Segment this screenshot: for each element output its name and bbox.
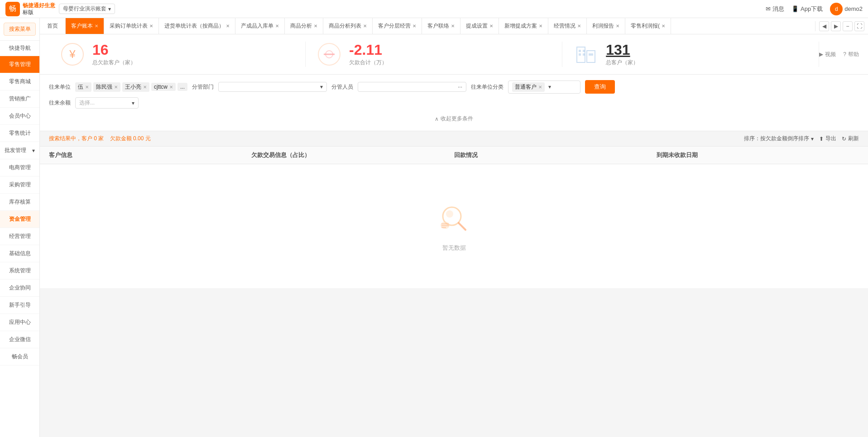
sidebar-item-member[interactable]: 畅会员	[0, 348, 39, 366]
total-debt-customers-label: 总欠款客户（家）	[92, 59, 136, 66]
sidebar-item-wechat[interactable]: 企业微信	[0, 331, 39, 348]
close-tab-icon[interactable]: ✕	[662, 24, 665, 28]
question-icon: ?	[843, 51, 846, 57]
chevron-down-icon: ▾	[548, 84, 551, 90]
close-tab-icon[interactable]: ✕	[314, 24, 317, 28]
sidebar-item-wholesale[interactable]: 批发管理 ▾	[0, 142, 39, 159]
app-download-btn[interactable]: 📱 App下载	[791, 5, 823, 13]
sidebar-item-marketing[interactable]: 营销推广	[0, 90, 39, 108]
tab-product-instock[interactable]: 产成品入库单 ✕	[235, 18, 285, 34]
close-tab-icon[interactable]: ✕	[489, 24, 493, 28]
message-btn[interactable]: ✉ 消息	[766, 5, 784, 13]
sidebar-item-capital[interactable]: 资金管理	[0, 211, 39, 228]
refresh-icon: ↻	[842, 136, 846, 142]
svg-text:¥: ¥	[69, 48, 76, 60]
chevron-down-icon: ▾	[108, 6, 111, 12]
tab-product-analysis-list[interactable]: 商品分析列表 ✕	[323, 18, 373, 34]
collapse-btn[interactable]: ∧ 收起更多条件	[49, 112, 859, 125]
remove-unit-class[interactable]: ✕	[538, 85, 542, 90]
dept-select[interactable]: ▾	[218, 82, 327, 92]
close-tab-icon[interactable]: ✕	[149, 24, 153, 28]
close-tab-icon[interactable]: ✕	[451, 24, 455, 28]
sidebar-item-newbie[interactable]: 新手引导	[0, 297, 39, 314]
quick-nav-btn[interactable]: 快捷导航	[0, 41, 39, 56]
sidebar-item-retail-mall[interactable]: 零售商城	[0, 73, 39, 90]
customers-icon: ¥	[60, 42, 85, 67]
sidebar-item-operations[interactable]: 经营管理	[0, 228, 39, 245]
close-tab-icon[interactable]: ✕	[412, 24, 416, 28]
tab-minimize[interactable]: −	[843, 21, 853, 31]
sidebar-item-app-center[interactable]: 应用中心	[0, 314, 39, 331]
top-bar: 畅 畅捷通好生意 标版 母婴行业演示账套 ▾ ✉ 消息 📱 App下载 d de…	[0, 0, 868, 18]
phone-icon: 📱	[791, 5, 799, 12]
person-select[interactable]: ···	[358, 82, 466, 92]
stat-right-actions: ▶ 视频 ? 帮助	[819, 51, 859, 58]
tab-profit-report[interactable]: 利润报告 ✕	[587, 18, 625, 34]
total-customers-label: 总客户（家）	[606, 59, 638, 66]
filter-area: 往来单位 伍 ✕ 陈民强 ✕ 王小亮 ✕	[40, 75, 868, 131]
sidebar-item-purchase[interactable]: 采购管理	[0, 176, 39, 194]
more-tags-btn[interactable]: ...	[177, 83, 187, 91]
tab-retail-profit[interactable]: 零售利润报( ✕	[625, 18, 671, 34]
video-btn[interactable]: ▶ 视频	[819, 51, 836, 58]
balance-select[interactable]: 选择... ▾	[75, 97, 139, 109]
sidebar-item-system[interactable]: 系统管理	[0, 262, 39, 280]
close-tab-icon[interactable]: ✕	[577, 24, 581, 28]
sidebar-item-member-center[interactable]: 会员中心	[0, 108, 39, 125]
help-btn[interactable]: ? 帮助	[843, 51, 859, 58]
tab-commission-setting[interactable]: 提成设置 ✕	[460, 18, 499, 34]
search-menu-btn[interactable]: 搜索菜单	[4, 23, 36, 36]
account-selector[interactable]: 母婴行业演示账套 ▾	[59, 4, 115, 14]
table-header: 客户信息 欠款交易信息（占比） 回款情况 到期未收款日期	[40, 147, 868, 164]
sidebar-item-basic-info[interactable]: 基础信息	[0, 245, 39, 262]
user-avatar[interactable]: d demo2	[830, 3, 863, 15]
logo-icon: 畅	[5, 2, 20, 16]
export-btn[interactable]: ⬆ 导出	[819, 135, 836, 142]
unit-class-tag: 普通客户 ✕	[512, 82, 545, 92]
col-overdue-date: 到期未收款日期	[657, 151, 859, 159]
more-icon: ···	[458, 84, 462, 90]
tab-customer-contact[interactable]: 客户联络 ✕	[422, 18, 460, 34]
tab-maximize[interactable]: ⛶	[854, 21, 864, 31]
tab-customer-segment[interactable]: 客户分层经营 ✕	[373, 18, 422, 34]
close-tab-icon[interactable]: ✕	[616, 24, 619, 28]
sort-select[interactable]: 排序：按欠款金额倒序排序 ▾	[744, 135, 814, 142]
close-tab-icon[interactable]: ✕	[363, 24, 367, 28]
sidebar-item-inventory[interactable]: 库存核算	[0, 194, 39, 211]
svg-rect-7	[579, 50, 581, 52]
tab-instock-stats[interactable]: 进货单统计表（按商品） ✕	[159, 18, 235, 34]
tab-new-commission[interactable]: 新增提成方案 ✕	[499, 18, 548, 34]
building-icon	[573, 42, 599, 67]
tab-business-situation[interactable]: 经营情况 ✕	[548, 18, 587, 34]
refresh-btn[interactable]: ↻ 刷新	[842, 135, 859, 142]
svg-rect-9	[579, 53, 581, 56]
sidebar-item-retail-manage[interactable]: 零售管理	[0, 56, 39, 73]
unit-class-select[interactable]: 普通客户 ✕ ▾	[508, 81, 580, 94]
close-tab-icon[interactable]: ✕	[95, 24, 98, 28]
sidebar-item-retail-stats[interactable]: 零售统计	[0, 125, 39, 142]
svg-line-14	[459, 223, 465, 230]
tab-scroll-left[interactable]: ◀	[819, 21, 829, 31]
query-button[interactable]: 查询	[585, 80, 615, 94]
remove-tag-cjttcw[interactable]: ✕	[169, 85, 173, 90]
remove-tag-wu[interactable]: ✕	[85, 85, 89, 90]
unit-label: 往来单位	[49, 83, 71, 91]
empty-illustration	[436, 200, 472, 237]
sidebar-item-ecommerce[interactable]: 电商管理	[0, 159, 39, 176]
sidebar-item-enterprise[interactable]: 企业协同	[0, 280, 39, 297]
close-tab-icon[interactable]: ✕	[226, 24, 230, 28]
close-tab-icon[interactable]: ✕	[539, 24, 542, 28]
tab-scroll-right[interactable]: ▶	[831, 21, 841, 31]
stat-info-amount: -2.11 欠款合计（万）	[349, 43, 387, 66]
tab-purchase-stats[interactable]: 采购订单统计表 ✕	[104, 18, 159, 34]
remove-tag-chen[interactable]: ✕	[114, 85, 118, 90]
top-bar-right: ✉ 消息 📱 App下载 d demo2	[766, 3, 863, 15]
export-icon: ⬆	[819, 136, 824, 142]
chevron-down-icon: ▾	[320, 84, 323, 90]
tab-product-analysis[interactable]: 商品分析 ✕	[285, 18, 323, 34]
remove-tag-wang[interactable]: ✕	[143, 85, 147, 90]
tab-home[interactable]: 首页	[40, 18, 66, 34]
close-tab-icon[interactable]: ✕	[275, 24, 279, 28]
tab-customer-account[interactable]: 客户账本 ✕	[66, 18, 104, 34]
message-icon: ✉	[766, 5, 771, 12]
